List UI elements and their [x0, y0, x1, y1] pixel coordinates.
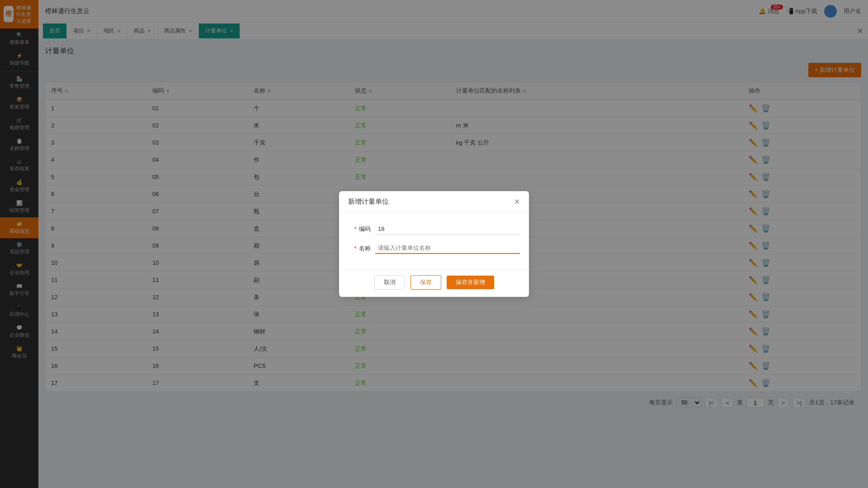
form-row-code: * 编码 — [348, 224, 520, 235]
modal-body: * 编码 * 名称 — [339, 213, 529, 269]
required-mark-code: * — [354, 225, 356, 232]
modal-save-new-button[interactable]: 保存并新增 — [447, 276, 494, 289]
form-code-input[interactable] — [375, 224, 520, 235]
form-name-input[interactable] — [375, 243, 520, 254]
modal-cancel-button[interactable]: 取消 — [374, 275, 405, 290]
form-row-name: * 名称 — [348, 243, 520, 254]
modal-header: 新增计量单位 ✕ — [339, 191, 529, 213]
modal-save-button[interactable]: 保存 — [410, 275, 441, 290]
form-name-label: * 名称 — [348, 244, 375, 253]
modal-title: 新增计量单位 — [348, 197, 389, 206]
modal-footer: 取消 保存 保存并新增 — [339, 269, 529, 297]
required-mark-name: * — [354, 245, 356, 252]
modal-close-button[interactable]: ✕ — [514, 197, 520, 206]
form-code-label: * 编码 — [348, 225, 375, 233]
modal-overlay[interactable]: 新增计量单位 ✕ * 编码 * 名称 取消 保存 保存并新增 — [0, 0, 868, 488]
add-unit-modal: 新增计量单位 ✕ * 编码 * 名称 取消 保存 保存并新增 — [339, 191, 529, 297]
